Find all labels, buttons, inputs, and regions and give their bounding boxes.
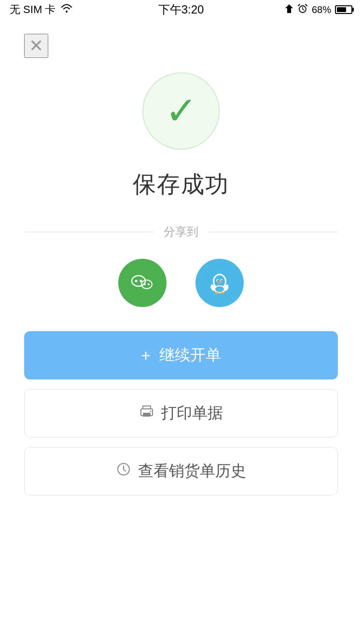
status-right: 68% [285,3,352,16]
status-bar: 无 SIM 卡 下午3:20 68% [0,0,362,19]
print-label: 打印单据 [161,403,223,424]
action-buttons: + 继续开单 打印单据 查看销货单历史 [24,331,338,495]
svg-point-11 [218,280,219,281]
qq-share-button[interactable] [195,259,244,307]
svg-rect-21 [143,413,151,417]
divider-line-left [24,232,154,232]
divider-line-right [208,232,338,232]
alarm-icon [297,3,308,16]
svg-point-16 [215,292,219,294]
location-icon [285,4,293,16]
wechat-share-button[interactable] [118,259,167,307]
share-divider: 分享到 [24,224,338,239]
svg-point-12 [222,280,223,281]
svg-point-5 [144,283,146,285]
main-content: ✕ ✓ 保存成功 分享到 [0,19,362,644]
continue-plus-icon: + [141,346,151,365]
svg-point-17 [221,292,224,294]
svg-point-22 [150,411,152,412]
success-indicator: ✓ [142,72,220,150]
wechat-icon [128,268,157,297]
qq-icon [205,268,234,297]
wifi-icon [60,3,73,16]
share-icons-container [24,259,338,307]
svg-point-6 [148,283,150,285]
battery-icon [335,5,352,14]
history-button[interactable]: 查看销货单历史 [24,447,338,495]
close-button[interactable]: ✕ [24,34,48,58]
svg-point-13 [218,282,221,284]
close-icon: ✕ [29,37,43,55]
status-left: 无 SIM 卡 [10,2,73,17]
share-section: 分享到 [24,224,338,307]
history-icon [116,462,131,481]
svg-point-15 [215,286,224,292]
success-title: 保存成功 [133,169,229,200]
carrier-text: 无 SIM 卡 [10,2,56,17]
status-time: 下午3:20 [158,2,204,17]
svg-point-2 [135,280,138,282]
battery-percent: 68% [312,4,331,15]
history-label: 查看销货单历史 [138,461,246,482]
continue-button[interactable]: + 继续开单 [24,331,338,379]
checkmark-icon: ✓ [165,92,197,130]
print-button[interactable]: 打印单据 [24,389,338,437]
share-label: 分享到 [164,224,198,239]
print-icon [139,404,154,422]
continue-label: 继续开单 [159,345,221,366]
